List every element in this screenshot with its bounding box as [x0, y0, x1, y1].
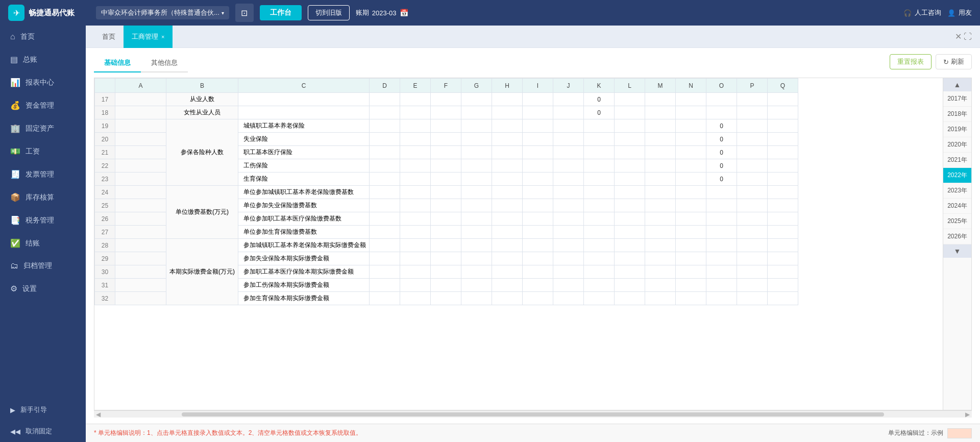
cell-q[interactable]	[768, 93, 798, 106]
year-item[interactable]: 2022年	[943, 168, 971, 183]
cell-c[interactable]: 单位参加失业保险缴费基数	[238, 199, 370, 212]
close-icon[interactable]: ×	[161, 34, 164, 40]
cell-p[interactable]	[737, 239, 768, 252]
cell-h[interactable]	[492, 239, 523, 252]
cell-l[interactable]	[615, 199, 645, 212]
col-header-q[interactable]: Q	[768, 79, 798, 93]
cell-p[interactable]	[737, 186, 768, 199]
cell-e[interactable]	[400, 265, 431, 279]
cell-i[interactable]	[523, 133, 553, 146]
cell-m[interactable]	[645, 119, 676, 133]
cell-a[interactable]	[115, 292, 166, 305]
cell-g[interactable]	[461, 119, 492, 133]
cell-e[interactable]	[400, 146, 431, 159]
cell-c[interactable]: 生育保险	[238, 173, 370, 186]
cell-j[interactable]	[553, 239, 584, 252]
sidebar-item-salary[interactable]: 💵 工资	[0, 140, 86, 163]
cell-f[interactable]	[431, 119, 461, 133]
cell-l[interactable]	[615, 119, 645, 133]
cell-i[interactable]	[523, 279, 553, 292]
cell-l[interactable]	[615, 212, 645, 226]
cell-g[interactable]	[461, 133, 492, 146]
cell-o[interactable]: 0	[706, 119, 737, 133]
cell-p[interactable]	[737, 292, 768, 305]
cell-g[interactable]	[461, 93, 492, 106]
col-header-n[interactable]: N	[676, 79, 706, 93]
cell-h[interactable]	[492, 279, 523, 292]
cell-h[interactable]	[492, 159, 523, 173]
cell-p[interactable]	[737, 93, 768, 106]
cell-m[interactable]	[645, 265, 676, 279]
expand-icon[interactable]: ⛶	[964, 32, 972, 41]
cell-o[interactable]	[706, 279, 737, 292]
cell-a[interactable]	[115, 239, 166, 252]
cell-e[interactable]	[400, 133, 431, 146]
cell-a[interactable]	[115, 146, 166, 159]
cell-g[interactable]	[461, 279, 492, 292]
cell-l[interactable]	[615, 239, 645, 252]
cell-q[interactable]	[768, 146, 798, 159]
cell-c[interactable]	[238, 93, 370, 106]
cell-n[interactable]	[676, 186, 706, 199]
cell-h[interactable]	[492, 226, 523, 239]
cell-e[interactable]	[400, 239, 431, 252]
cell-n[interactable]	[676, 106, 706, 119]
cell-e[interactable]	[400, 226, 431, 239]
cell-f[interactable]	[431, 199, 461, 212]
cell-k[interactable]	[584, 159, 615, 173]
cell-p[interactable]	[737, 159, 768, 173]
cell-a[interactable]	[115, 186, 166, 199]
cell-o[interactable]: 0	[706, 146, 737, 159]
cell-e[interactable]	[400, 106, 431, 119]
cell-g[interactable]	[461, 292, 492, 305]
cell-p[interactable]	[737, 146, 768, 159]
cell-g[interactable]	[461, 226, 492, 239]
calendar-icon[interactable]: 📅	[400, 9, 408, 17]
cell-m[interactable]	[645, 252, 676, 265]
cell-f[interactable]	[431, 159, 461, 173]
cell-d[interactable]	[370, 146, 400, 159]
cell-p[interactable]	[737, 119, 768, 133]
cell-h[interactable]	[492, 199, 523, 212]
cell-o[interactable]	[706, 252, 737, 265]
workbench-button[interactable]: 工作台	[260, 5, 302, 20]
sidebar-item-capital[interactable]: 💰 资金管理	[0, 94, 86, 117]
cell-i[interactable]	[523, 212, 553, 226]
cell-c[interactable]: 参加生育保险本期实际缴费金额	[238, 292, 370, 305]
year-item[interactable]: 2023年	[943, 183, 971, 199]
cell-b[interactable]: 本期实际缴费金额(万元)	[166, 239, 238, 305]
year-item[interactable]: 2021年	[943, 153, 971, 168]
cell-l[interactable]	[615, 133, 645, 146]
cell-c[interactable]: 失业保险	[238, 133, 370, 146]
cell-o[interactable]	[706, 199, 737, 212]
cell-g[interactable]	[461, 252, 492, 265]
cell-k[interactable]	[584, 119, 615, 133]
cell-o[interactable]: 0	[706, 173, 737, 186]
cell-b[interactable]: 女性从业人员	[166, 106, 238, 119]
cell-q[interactable]	[768, 199, 798, 212]
cell-d[interactable]	[370, 106, 400, 119]
cell-a[interactable]	[115, 199, 166, 212]
cell-i[interactable]	[523, 173, 553, 186]
cell-j[interactable]	[553, 292, 584, 305]
cell-q[interactable]	[768, 239, 798, 252]
cell-e[interactable]	[400, 159, 431, 173]
cell-a[interactable]	[115, 226, 166, 239]
cell-i[interactable]	[523, 265, 553, 279]
cell-j[interactable]	[553, 159, 584, 173]
cell-m[interactable]	[645, 199, 676, 212]
cell-i[interactable]	[523, 106, 553, 119]
cell-e[interactable]	[400, 119, 431, 133]
cell-k[interactable]	[584, 279, 615, 292]
cell-f[interactable]	[431, 265, 461, 279]
cell-l[interactable]	[615, 226, 645, 239]
cell-i[interactable]	[523, 292, 553, 305]
company-selector[interactable]: 中审众环会计师事务所（特殊普通合伙... ▾	[96, 6, 229, 19]
cell-n[interactable]	[676, 292, 706, 305]
cell-e[interactable]	[400, 212, 431, 226]
cell-k[interactable]: 0	[584, 106, 615, 119]
cell-d[interactable]	[370, 133, 400, 146]
cell-a[interactable]	[115, 93, 166, 106]
cell-m[interactable]	[645, 292, 676, 305]
col-header-e[interactable]: E	[400, 79, 431, 93]
